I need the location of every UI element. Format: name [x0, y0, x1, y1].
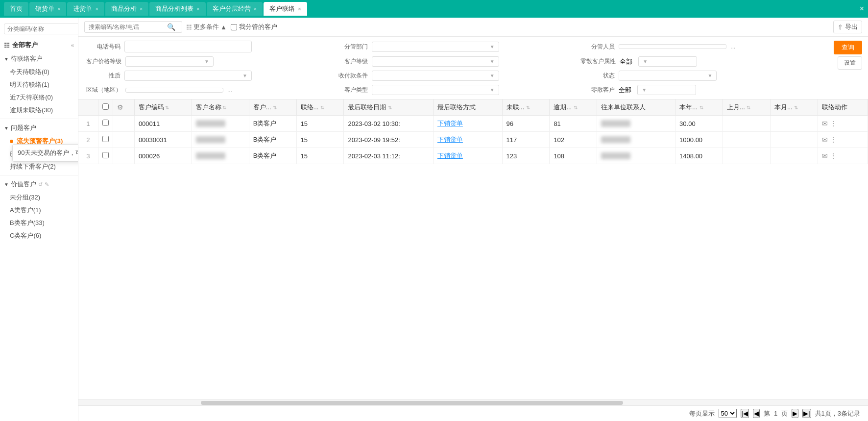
- tab-sales[interactable]: 销货单 ×: [29, 2, 66, 16]
- action-phone-icon-0[interactable]: ✉: [822, 120, 828, 127]
- sort-name-icon[interactable]: ⇅: [222, 105, 226, 110]
- filter-customer-type-arrow: ▼: [490, 87, 495, 93]
- filter-customer-tier-select[interactable]: ▼: [372, 56, 499, 67]
- sidebar-item-class-a[interactable]: A类客户(1): [0, 204, 78, 217]
- window-close-button[interactable]: ×: [860, 4, 864, 13]
- toolbar-search-button[interactable]: 🔍: [167, 23, 175, 31]
- footer-prev-page-btn[interactable]: ◀: [753, 409, 760, 418]
- row-checkbox-2[interactable]: [102, 152, 109, 158]
- sidebar-item-ungrouped[interactable]: 未分组(32): [0, 191, 78, 204]
- footer-per-page-select[interactable]: 50: [719, 409, 737, 418]
- action-phone-icon-1[interactable]: ✉: [822, 136, 828, 144]
- tab-analysis-list[interactable]: 商品分析列表 ×: [149, 2, 205, 16]
- refresh-icon[interactable]: ↺: [38, 181, 43, 188]
- tab-customer-contact[interactable]: 客户联络 ×: [264, 2, 307, 16]
- filter-zero-attr-select[interactable]: ▼: [638, 56, 697, 67]
- row-checkbox-1[interactable]: [102, 136, 109, 142]
- sort-overdue-icon[interactable]: ⇅: [574, 105, 578, 110]
- sort-uncontacted-icon[interactable]: ⇅: [526, 105, 530, 110]
- sidebar-item-class-c[interactable]: C类客户(6): [0, 229, 78, 242]
- sort-last-contact-date-icon[interactable]: ⇅: [388, 105, 392, 110]
- sidebar-section-value[interactable]: ▼ 价值客户 ↺ ✎: [0, 177, 78, 191]
- action-more-icon-2[interactable]: ⋮: [830, 152, 837, 160]
- tab-purchase-close[interactable]: ×: [95, 6, 98, 12]
- sidebar-item-class-b[interactable]: B类客户(33): [0, 217, 78, 229]
- filter-dept-select[interactable]: ▼: [372, 42, 499, 52]
- sort-code-icon[interactable]: ⇅: [165, 105, 169, 110]
- filter-customer-type: 客户类型 ▼: [334, 85, 573, 95]
- tab-customer-tier-close[interactable]: ×: [254, 6, 257, 12]
- scrollbar-track[interactable]: [201, 401, 623, 405]
- tab-sales-close[interactable]: ×: [57, 6, 60, 12]
- export-button[interactable]: ⇧ 导出: [833, 21, 862, 33]
- filter-gender-select[interactable]: ▼: [124, 71, 252, 81]
- link-method-0[interactable]: 下销货单: [437, 120, 463, 127]
- filter-zero-customer-select[interactable]: ▼: [637, 85, 696, 95]
- settings-button[interactable]: 设置: [838, 56, 862, 70]
- sidebar-search-input[interactable]: [4, 24, 78, 34]
- col-header-settings[interactable]: ⚙: [113, 99, 134, 116]
- link-method-1[interactable]: 下销货单: [437, 136, 463, 143]
- sidebar-item-declining[interactable]: 持续下滑客户(2): [0, 160, 78, 173]
- sidebar-item-week[interactable]: 近7天待联络(0): [0, 91, 78, 104]
- table-settings-icon[interactable]: ⚙: [117, 103, 123, 111]
- action-phone-icon-2[interactable]: ✉: [822, 152, 828, 160]
- footer-first-page-btn[interactable]: |◀: [741, 409, 749, 418]
- filter-status-select[interactable]: ▼: [619, 71, 717, 81]
- sidebar-all-customers[interactable]: ☷ 全部客户 «: [0, 38, 78, 52]
- select-all-checkbox[interactable]: [102, 103, 109, 110]
- collapse-icon[interactable]: «: [71, 42, 74, 48]
- cell-last-contact-method-1[interactable]: 下销货单: [433, 132, 502, 148]
- tab-analysis[interactable]: 商品分析 ×: [105, 2, 148, 16]
- tab-customer-tier[interactable]: 客户分层经营 ×: [207, 2, 263, 16]
- grid-icon: ☷: [4, 42, 10, 49]
- footer-last-page-btn[interactable]: ▶|: [802, 409, 811, 418]
- link-method-2[interactable]: 下销货单: [437, 152, 463, 159]
- more-conditions-btn[interactable]: ☷ 更多条件 ▲: [186, 23, 227, 31]
- filter-phone-input[interactable]: [124, 41, 252, 52]
- filter-region-select[interactable]: [125, 88, 223, 93]
- filter-price-tier-select[interactable]: ▼: [125, 56, 214, 67]
- filter-dept-label: 分管部门: [334, 43, 368, 51]
- filter-region-more[interactable]: ...: [227, 87, 232, 94]
- scrollbar-area[interactable]: [78, 399, 868, 405]
- edit-icon[interactable]: ✎: [45, 181, 49, 188]
- query-button[interactable]: 查询: [834, 41, 862, 54]
- footer-next-page-btn[interactable]: ▶: [792, 409, 798, 418]
- filter-payment-select[interactable]: ▼: [372, 71, 499, 81]
- sort-contact-icon[interactable]: ⇅: [320, 105, 324, 110]
- sort-last-month-icon[interactable]: ⇅: [747, 105, 750, 110]
- sort-this-month-icon[interactable]: ⇅: [794, 105, 798, 110]
- tooltip-box: 90天未交易的客户，可能有流失风险。: [12, 144, 78, 162]
- cell-checkbox-0[interactable]: [98, 116, 113, 132]
- cell-last-contact-method-2[interactable]: 下销货单: [433, 148, 502, 164]
- cell-checkbox-2[interactable]: [98, 148, 113, 164]
- tab-home[interactable]: 首页: [4, 2, 28, 16]
- sidebar-section-lost[interactable]: ▼ 问题客户: [0, 121, 78, 135]
- cell-type-2: B类客户: [249, 148, 296, 164]
- filter-person-more[interactable]: ...: [730, 43, 735, 50]
- cell-name-1: [192, 132, 249, 148]
- tab-analysis-list-close[interactable]: ×: [196, 6, 199, 12]
- sidebar-section-pending[interactable]: ▼ 待联络客户: [0, 52, 78, 66]
- my-customers-checkbox[interactable]: 我分管的客户: [231, 23, 277, 31]
- sidebar-item-tomorrow[interactable]: 明天待联络(1): [0, 78, 78, 91]
- filter-person-select[interactable]: [619, 44, 726, 49]
- cell-last-contact-method-0[interactable]: 下销货单: [433, 116, 502, 132]
- tab-customer-contact-close[interactable]: ×: [298, 6, 301, 12]
- sidebar-item-overdue[interactable]: 逾期未联络(30): [0, 104, 78, 117]
- my-customers-check[interactable]: [231, 24, 237, 30]
- sort-type-icon[interactable]: ⇅: [273, 105, 277, 110]
- filter-customer-type-select[interactable]: ▼: [372, 85, 499, 95]
- tab-purchase[interactable]: 进货单 ×: [67, 2, 104, 16]
- tab-analysis-close[interactable]: ×: [140, 6, 143, 12]
- cell-checkbox-1[interactable]: [98, 132, 113, 148]
- action-more-icon-0[interactable]: ⋮: [830, 120, 837, 127]
- sort-this-year-icon[interactable]: ⇅: [699, 105, 703, 110]
- filter-panel: 电话号码 分管部门 ▼ 分管人员: [78, 37, 828, 99]
- toolbar-search-input[interactable]: [89, 24, 167, 30]
- export-icon: ⇧: [838, 24, 843, 31]
- action-more-icon-1[interactable]: ⋮: [830, 136, 837, 144]
- sidebar-item-today[interactable]: 今天待联络(0): [0, 66, 78, 78]
- row-checkbox-0[interactable]: [102, 120, 109, 126]
